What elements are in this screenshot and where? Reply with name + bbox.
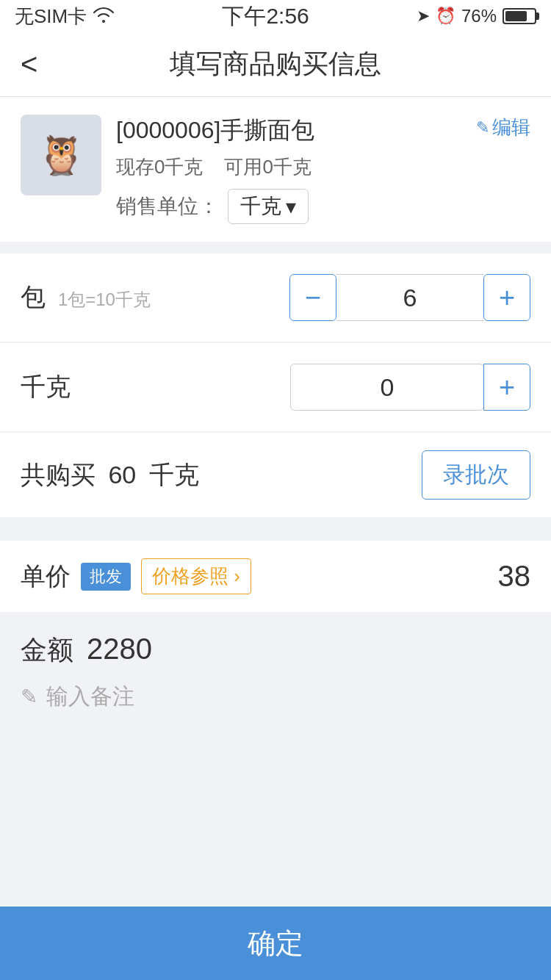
- kg-qty-control: +: [290, 364, 530, 411]
- pencil-icon: ✎: [21, 685, 37, 709]
- kg-label: 千克: [21, 370, 71, 404]
- price-label-row: 单价 批发 价格参照 ›: [21, 558, 251, 594]
- price-value: 38: [498, 560, 531, 593]
- status-time: 下午2:56: [222, 1, 309, 32]
- kg-plus-button[interactable]: +: [483, 364, 530, 411]
- product-info: [0000006]手撕面包 现存0千克 可用0千克 销售单位： 千克 ▾: [116, 115, 530, 224]
- divider: [0, 529, 551, 541]
- bao-label: 包: [21, 283, 46, 311]
- carrier-text: 无SIM卡: [15, 4, 87, 29]
- wifi-icon: [93, 5, 115, 28]
- kg-qty-row: 千克 +: [21, 343, 530, 431]
- owl-icon: 🦉: [37, 133, 85, 178]
- note-placeholder: 输入备注: [46, 682, 134, 712]
- bao-sublabel: 1包=10千克: [58, 289, 151, 309]
- page-title: 填写商品购买信息: [170, 46, 381, 82]
- edit-icon: ✎: [476, 118, 489, 137]
- unit-label: 销售单位：: [116, 192, 219, 220]
- bao-qty-section: 包 1包=10千克 − +: [0, 253, 551, 342]
- nav-bar: < 填写商品购买信息: [0, 32, 551, 97]
- price-section: 单价 批发 价格参照 › 38: [0, 541, 551, 612]
- battery-text: 76%: [461, 6, 497, 26]
- confirm-btn-text: 确定: [248, 925, 303, 962]
- note-row[interactable]: ✎ 输入备注: [21, 682, 530, 712]
- bao-qty-input[interactable]: [336, 274, 483, 321]
- back-button[interactable]: <: [21, 48, 37, 81]
- bao-minus-button[interactable]: −: [289, 274, 336, 321]
- chevron-down-icon: ▾: [286, 195, 296, 219]
- kg-qty-section: 千克 +: [0, 343, 551, 431]
- status-left: 无SIM卡: [15, 4, 115, 29]
- status-bar: 无SIM卡 下午2:56 ➤ ⏰ 76%: [0, 0, 551, 32]
- total-text: 共购买 60 千克: [21, 458, 199, 492]
- bao-label-group: 包 1包=10千克: [21, 281, 151, 314]
- location-icon: ➤: [417, 7, 430, 26]
- edit-link[interactable]: ✎ 编辑: [476, 115, 530, 140]
- battery-icon: [503, 8, 536, 24]
- status-right: ➤ ⏰ 76%: [417, 6, 536, 26]
- product-name: [0000006]手撕面包: [116, 115, 530, 147]
- batch-button[interactable]: 录批次: [422, 450, 530, 500]
- alarm-icon: ⏰: [436, 7, 455, 26]
- product-thumbnail: 🦉: [21, 115, 101, 195]
- bao-plus-button[interactable]: +: [483, 274, 530, 321]
- kg-qty-input[interactable]: [290, 364, 484, 411]
- total-amount: 60: [108, 461, 136, 489]
- product-unit-row: 销售单位： 千克 ▾: [116, 189, 530, 224]
- bao-qty-control: − +: [289, 274, 530, 321]
- amount-value: 2280: [87, 633, 152, 665]
- product-stock: 现存0千克 可用0千克: [116, 154, 530, 180]
- price-label: 单价: [21, 560, 71, 594]
- price-tag: 批发: [81, 563, 131, 591]
- product-section: 🦉 [0000006]手撕面包 现存0千克 可用0千克 销售单位： 千克 ▾ ✎…: [0, 97, 551, 242]
- confirm-button[interactable]: 确定: [0, 907, 551, 980]
- price-ref-button[interactable]: 价格参照 ›: [141, 558, 251, 594]
- bao-qty-row: 包 1包=10千克 − +: [21, 253, 530, 342]
- total-section: 共购买 60 千克 录批次: [0, 433, 551, 517]
- unit-select[interactable]: 千克 ▾: [228, 189, 309, 224]
- amount-row: 金额 2280: [21, 633, 530, 669]
- amount-section: 金额 2280 ✎ 输入备注: [0, 615, 551, 724]
